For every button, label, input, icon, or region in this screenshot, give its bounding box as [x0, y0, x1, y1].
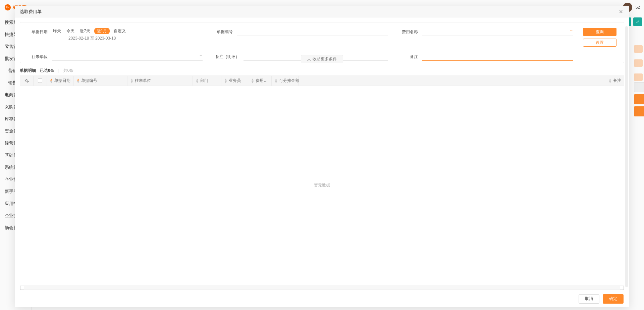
- fee-name-input[interactable]: [422, 28, 573, 36]
- selected-prefix: 已选: [40, 68, 48, 73]
- selected-number: 0: [48, 68, 50, 73]
- th-fee[interactable]: ▲▼ 费用…: [248, 76, 272, 86]
- sort-icon: ▲▼: [196, 78, 199, 84]
- select-all-checkbox[interactable]: [34, 76, 47, 86]
- filter-panel: 单据日期 昨天 今天 近7天 近1月 自定义 2023-02-18 至 2023…: [20, 22, 624, 63]
- sort-icon: ▲▼: [130, 78, 133, 84]
- label-doc-date: 单据日期: [28, 28, 48, 35]
- empty-text: 暂无数据: [314, 183, 330, 188]
- table-body-empty: 暂无数据: [20, 86, 624, 285]
- contact-unit-more-icon[interactable]: ···: [200, 53, 202, 58]
- ok-button[interactable]: 确定: [603, 294, 624, 304]
- column-settings-icon[interactable]: [20, 76, 34, 86]
- th-operator[interactable]: ▲▼ 业务员: [221, 76, 248, 86]
- th-doc-date[interactable]: ▲▼ 单据日期: [47, 76, 74, 86]
- contact-unit-input[interactable]: [52, 53, 203, 61]
- sort-icon: ▲▼: [608, 78, 612, 84]
- modal-vertical-scrollbar[interactable]: [625, 26, 628, 287]
- table-horizontal-scrollbar[interactable]: [20, 285, 624, 290]
- th-remark[interactable]: ▲▼ 备注: [299, 76, 624, 86]
- date-presets: 昨天 今天 近7天 近1月 自定义: [52, 28, 203, 34]
- th-contact-unit[interactable]: ▲▼ 往来单位: [127, 76, 193, 86]
- data-table: ▲▼ 单据日期 ▲▼ 单据编号 ▲▼ 往来单位 ▲▼ 部门: [20, 75, 624, 290]
- table-summary: 单据明细 已选0条 | 共0条: [20, 68, 624, 73]
- label-remark-detail: 备注（明细）: [213, 53, 239, 60]
- label-fee-name: 费用名称: [398, 28, 418, 35]
- remark-input[interactable]: [422, 53, 573, 61]
- sort-icon: ▲▼: [224, 78, 227, 84]
- selected-count: 已选0条: [40, 68, 54, 73]
- preset-yesterday[interactable]: 昨天: [52, 28, 62, 34]
- table-header: ▲▼ 单据日期 ▲▼ 单据编号 ▲▼ 往来单位 ▲▼ 部门: [20, 76, 624, 86]
- field-doc-no: 单据编号: [213, 28, 388, 36]
- fee-name-more-icon[interactable]: ···: [570, 29, 572, 33]
- table-section: 单据明细 已选0条 | 共0条 ▲▼ 单据日期: [20, 68, 624, 290]
- preset-today[interactable]: 今天: [65, 28, 76, 34]
- selected-suffix: 条: [50, 68, 54, 73]
- label-remark: 备注: [398, 53, 418, 60]
- modal-body: 单据日期 昨天 今天 近7天 近1月 自定义 2023-02-18 至 2023…: [15, 17, 629, 290]
- th-dept[interactable]: ▲▼ 部门: [193, 76, 221, 86]
- label-doc-no: 单据编号: [213, 28, 233, 35]
- preset-1month[interactable]: 近1月: [94, 28, 110, 34]
- select-fee-modal: 选取费用单 ✕ 单据日期 昨天 今天 近7天 近1月 自定义: [15, 6, 629, 307]
- sort-icon: ▲▼: [76, 78, 80, 84]
- modal-footer: 取消 确定: [15, 290, 629, 307]
- th-doc-no[interactable]: ▲▼ 单据编号: [74, 76, 127, 86]
- sort-icon: ▲▼: [251, 78, 254, 84]
- field-remark: 备注: [398, 53, 573, 61]
- field-doc-date: 单据日期 昨天 今天 近7天 近1月 自定义 2023-02-18 至 2023…: [28, 28, 203, 41]
- doc-no-input[interactable]: [237, 28, 388, 36]
- settings-button[interactable]: 设置: [583, 39, 616, 47]
- query-button[interactable]: 查询: [583, 28, 616, 36]
- preset-7days[interactable]: 近7天: [78, 28, 92, 34]
- date-range-text: 2023-02-18 至 2023-03-18: [52, 36, 203, 41]
- modal-header: 选取费用单 ✕: [15, 6, 629, 17]
- sort-icon: ▲▼: [50, 78, 53, 84]
- table-section-title: 单据明细: [20, 68, 36, 73]
- collapse-more-conditions[interactable]: ︽ 收起更多条件: [301, 55, 343, 63]
- th-amount[interactable]: ▲▼ 可分摊金额: [272, 76, 299, 86]
- field-contact-unit: 往来单位 ···: [28, 53, 203, 61]
- cancel-button[interactable]: 取消: [579, 294, 599, 304]
- gear-icon: [24, 79, 29, 83]
- field-fee-name: 费用名称 ···: [398, 28, 573, 36]
- total-count: 共0条: [63, 68, 74, 73]
- chevron-up-icon: ︽: [307, 56, 311, 62]
- modal-title: 选取费用单: [20, 9, 42, 15]
- close-icon[interactable]: ✕: [618, 8, 624, 15]
- collapse-label: 收起更多条件: [313, 56, 337, 62]
- label-contact-unit: 往来单位: [28, 53, 48, 60]
- field-remark-detail: 备注（明细）: [213, 53, 388, 61]
- filter-actions: 查询 设置: [583, 28, 616, 47]
- sort-icon: ▲▼: [274, 78, 278, 84]
- preset-custom[interactable]: 自定义: [112, 28, 127, 34]
